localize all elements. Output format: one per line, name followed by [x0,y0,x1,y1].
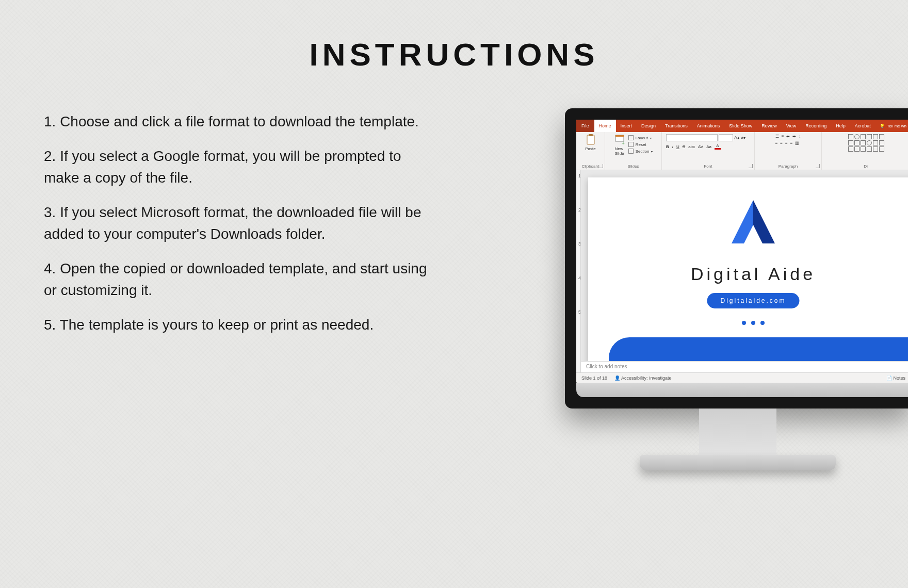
brand-logo-icon [722,197,784,255]
brand-name-text: Digital Aide [691,264,816,284]
tab-file[interactable]: File [576,120,594,132]
decrease-indent-button[interactable]: ⬅ [786,134,790,139]
slide-canvas-area: Digital Aide Digitalaide.com Click to ad… [581,170,908,372]
italic-button[interactable]: I [672,144,673,149]
shapes-gallery[interactable] [848,134,884,152]
new-slide-label: New Slide [615,146,624,156]
tab-acrobat[interactable]: Acrobat [850,120,875,132]
align-center-button[interactable]: ≡ [780,141,783,145]
monitor-chin [576,383,908,397]
character-spacing-button[interactable]: AV [698,144,703,149]
increase-font-icon[interactable]: A▴ [734,135,740,140]
group-label-drawing: Dr [864,164,868,169]
dialog-launcher-icon[interactable] [749,164,753,168]
monitor-screen: File Home Insert Design Transitions Anim… [576,120,908,383]
monitor-mockup: File Home Insert Design Transitions Anim… [565,108,908,470]
columns-button[interactable]: ▥ [795,141,799,145]
slide-bottom-band [609,337,908,361]
status-accessibility[interactable]: 👤 Accessibility: Investigate [614,375,672,381]
layout-icon [628,135,634,140]
svg-rect-0 [587,135,594,144]
svg-text:+: + [622,140,625,145]
tab-slideshow[interactable]: Slide Show [724,120,757,132]
text-shadow-button[interactable]: abc [688,144,695,149]
align-right-button[interactable]: ≡ [785,141,788,145]
instruction-step: 3. If you select Microsoft format, the d… [44,202,431,244]
notes-placeholder[interactable]: Click to add notes [581,361,908,372]
monitor-bezel: File Home Insert Design Transitions Anim… [565,108,908,409]
tab-design[interactable]: Design [637,120,660,132]
numbering-button[interactable]: ≡ [782,134,784,139]
instruction-step: 1. Choose and click a file format to dow… [44,111,431,132]
lightbulb-icon: 💡 [880,124,885,128]
group-label-paragraph: Paragraph [779,164,798,169]
font-size-dropdown[interactable] [719,134,733,141]
group-label-clipboard: Clipboard [581,164,599,169]
page-title: INSTRUCTIONS [0,36,908,73]
brand-url-pill: Digitalaide.com [707,293,799,308]
accessibility-icon: 👤 [614,375,620,381]
justify-button[interactable]: ≡ [790,141,793,145]
dialog-launcher-icon[interactable] [816,164,820,168]
tab-home[interactable]: Home [594,120,616,132]
ppt-workspace: 1 Digital Aide 2 [576,170,908,372]
svg-rect-1 [589,134,593,136]
tab-transitions[interactable]: Transitions [660,120,692,132]
tab-recording[interactable]: Recording [801,120,831,132]
group-label-slides: Slides [628,164,639,169]
pagination-dots [742,321,765,325]
bold-button[interactable]: B [666,144,669,149]
underline-button[interactable]: U [676,144,679,149]
align-left-button[interactable]: ≡ [775,141,778,145]
ribbon-group-slides: + New Slide Layout▾ Reset Section▾ Slide… [605,132,662,170]
instruction-list: 1. Choose and click a file format to dow… [44,111,431,349]
monitor-stand-neck [699,409,776,455]
svg-rect-3 [615,135,624,137]
paste-button[interactable]: Paste [585,134,596,151]
notes-toggle[interactable]: 📄 Notes [886,375,905,381]
reset-icon [628,142,634,147]
new-slide-icon: + [614,134,625,145]
slide-canvas[interactable]: Digital Aide Digitalaide.com [588,177,908,361]
ribbon-group-drawing: Dr [822,132,908,170]
clipboard-icon [585,134,596,145]
tab-animations[interactable]: Animations [692,120,725,132]
tell-me-label: Tell me wh [887,124,906,128]
tab-insert[interactable]: Insert [616,120,637,132]
tab-help[interactable]: Help [831,120,850,132]
new-slide-button[interactable]: + New Slide [614,134,625,156]
strikethrough-button[interactable]: S [683,144,685,149]
reset-button[interactable]: Reset [628,142,653,147]
ppt-status-bar: Slide 1 of 18 👤 Accessibility: Investiga… [576,372,908,383]
font-color-button[interactable]: A [715,143,721,150]
dialog-launcher-icon[interactable] [599,164,603,168]
ribbon-group-paragraph: ☰ ≡ ⬅ ➡ ↕ ≡ ≡ ≡ ≡ ▥ [755,132,822,170]
status-slide-count: Slide 1 of 18 [581,375,607,381]
section-icon [628,149,634,154]
paste-label: Paste [585,146,595,151]
monitor-stand-base [640,455,836,470]
tab-review[interactable]: Review [757,120,782,132]
ppt-tab-bar: File Home Insert Design Transitions Anim… [576,120,908,132]
decrease-font-icon[interactable]: A▾ [741,136,745,140]
increase-indent-button[interactable]: ➡ [792,134,796,139]
ppt-ribbon: Paste Clipboard + New Slide [576,132,908,170]
tab-view[interactable]: View [782,120,801,132]
font-family-dropdown[interactable] [666,134,718,141]
tell-me-search[interactable]: 💡 Tell me wh [875,120,908,132]
bullets-button[interactable]: ☰ [775,134,779,139]
group-label-font: Font [704,164,712,169]
change-case-button[interactable]: Aa [706,144,711,149]
slide-thumbnail-panel[interactable]: 1 Digital Aide 2 [576,170,581,372]
instruction-step: 2. If you select a Google format, you wi… [44,145,431,188]
ribbon-group-clipboard: Paste Clipboard [576,132,605,170]
ribbon-group-font: A▴ A▾ B I U S abc AV Aa A [662,132,755,170]
layout-button[interactable]: Layout▾ [628,135,653,140]
instruction-step: 5. The template is yours to keep or prin… [44,314,431,335]
instruction-step: 4. Open the copied or downloaded templat… [44,258,431,301]
section-button[interactable]: Section▾ [628,149,653,154]
line-spacing-button[interactable]: ↕ [799,134,801,139]
